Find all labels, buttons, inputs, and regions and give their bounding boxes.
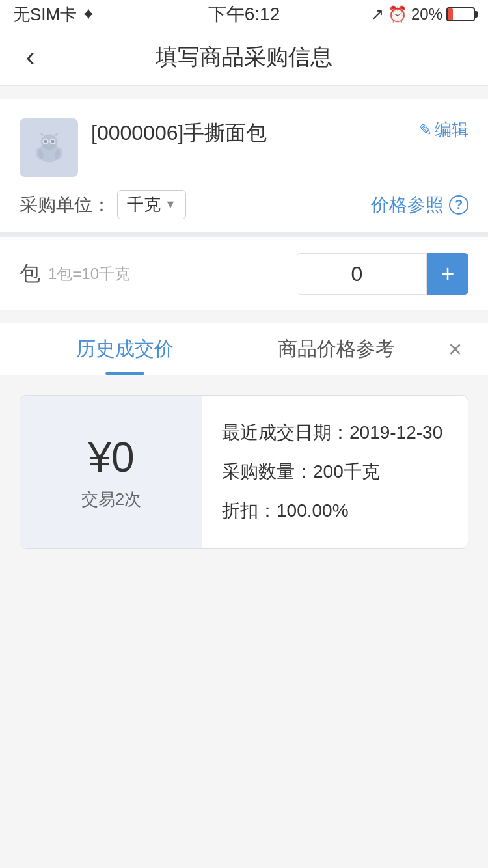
network-status: 无SIM卡 ✦ [13, 3, 96, 26]
quantity-input-group: + [297, 253, 468, 295]
svg-point-5 [51, 139, 55, 143]
product-thumbnail [29, 128, 68, 167]
product-card: [0000006]手撕面包 ✎ 编辑 采购单位： 千克 ▼ 价格参照 ? [0, 99, 488, 232]
battery-percent: 20% [411, 5, 442, 23]
tab-active-indicator [105, 372, 144, 375]
unit-note: 1包=10千克 [48, 264, 130, 284]
nav-bar: ‹ 填写商品采购信息 [0, 29, 488, 86]
discount-row: 折扣：100.00% [222, 497, 448, 524]
quantity-label: 包 1包=10千克 [20, 260, 130, 288]
svg-point-3 [44, 139, 47, 143]
recent-date-row: 最近成交日期：2019-12-30 [222, 419, 448, 446]
status-bar: 无SIM卡 ✦ 下午6:12 ↗ ⏰ 20% [0, 0, 488, 29]
chevron-down-icon: ▼ [165, 198, 176, 211]
section-divider [0, 232, 488, 237]
purchase-qty-value: 200千克 [313, 461, 380, 481]
svg-marker-8 [53, 132, 58, 136]
time-display: 下午6:12 [208, 2, 280, 27]
price-details: 最近成交日期：2019-12-30 采购数量：200千克 折扣：100.00% [202, 396, 468, 548]
tab-product-price[interactable]: 商品价格参考 [230, 323, 441, 375]
back-button[interactable]: ‹ [20, 36, 41, 78]
tab-close-button[interactable]: × [442, 329, 468, 370]
unit-dropdown[interactable]: 千克 ▼ [117, 190, 186, 219]
product-image [20, 118, 78, 177]
status-right: ↗ ⏰ 20% [371, 5, 475, 23]
transaction-count: 交易2次 [81, 488, 141, 511]
tab-history-price[interactable]: 历史成交价 [20, 323, 230, 375]
tab-product-label: 商品价格参考 [278, 336, 395, 362]
purchase-qty-row: 采购数量：200千克 [222, 458, 448, 485]
quantity-input[interactable] [297, 253, 427, 295]
purchase-unit-label: 采购单位： [20, 193, 111, 217]
svg-marker-7 [39, 132, 44, 136]
unit-badge: 包 [20, 260, 40, 288]
product-name-wrapper: [0000006]手撕面包 [91, 118, 267, 148]
edit-button[interactable]: ✎ 编辑 [419, 118, 468, 141]
price-card: ¥0 交易2次 最近成交日期：2019-12-30 采购数量：200千克 折扣：… [20, 395, 468, 549]
purchase-unit: 采购单位： 千克 ▼ [20, 190, 186, 219]
location-icon: ↗ [371, 5, 384, 23]
quantity-row: 包 1包=10千克 + [0, 237, 488, 310]
unit-value: 千克 [127, 193, 161, 216]
price-summary: ¥0 交易2次 [20, 396, 202, 548]
product-full-name: [0000006]手撕面包 [91, 118, 267, 148]
price-reference-button[interactable]: 价格参照 ? [371, 193, 468, 217]
tab-bar: 历史成交价 商品价格参考 × [0, 323, 488, 375]
battery-fill [448, 8, 453, 20]
price-amount: ¥0 [88, 433, 134, 481]
alarm-icon: ⏰ [388, 5, 407, 23]
info-icon: ? [449, 195, 468, 215]
purchase-qty-label: 采购数量： [222, 461, 313, 481]
discount-value: 100.00% [277, 500, 349, 521]
page-title: 填写商品采购信息 [156, 42, 332, 72]
edit-icon: ✎ [419, 121, 432, 139]
price-ref-label: 价格参照 [371, 193, 444, 217]
battery-icon [446, 7, 475, 21]
recent-date-label: 最近成交日期： [222, 422, 349, 442]
tab-history-label: 历史成交价 [76, 336, 174, 362]
recent-date-value: 2019-12-30 [349, 422, 442, 442]
quantity-plus-button[interactable]: + [427, 253, 468, 295]
price-content: ¥0 交易2次 最近成交日期：2019-12-30 采购数量：200千克 折扣：… [0, 375, 488, 701]
product-info: [0000006]手撕面包 [20, 118, 419, 177]
product-meta: 采购单位： 千克 ▼ 价格参照 ? [20, 190, 468, 219]
discount-label: 折扣： [222, 500, 277, 521]
product-header: [0000006]手撕面包 ✎ 编辑 [20, 118, 468, 177]
